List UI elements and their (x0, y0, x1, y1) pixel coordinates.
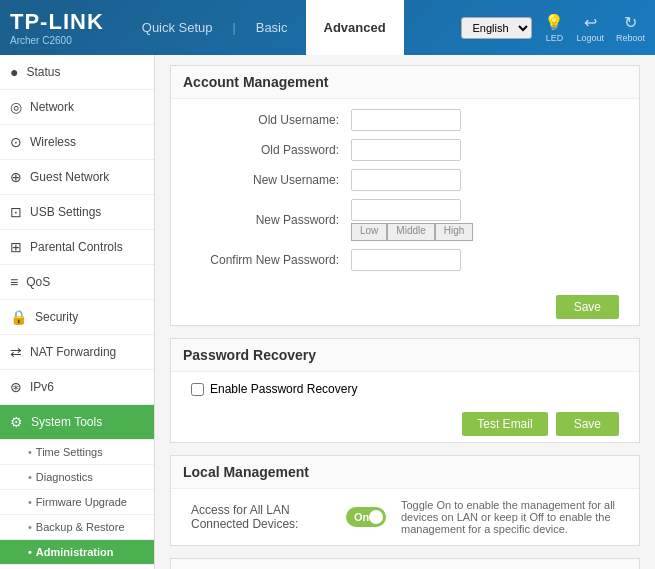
sidebar-item-label: Parental Controls (30, 240, 123, 254)
usb-icon: ⊡ (10, 204, 22, 220)
password-recovery-section: Password Recovery Enable Password Recove… (170, 338, 640, 443)
access-label-text: Access for All LANConnected Devices: (191, 503, 298, 531)
old-password-input[interactable] (351, 139, 461, 161)
led-icon: 💡 (544, 13, 564, 32)
header: TP-LINK Archer C2600 Quick Setup | Basic… (0, 0, 655, 55)
sidebar-item-ipv6[interactable]: ⊛ IPv6 (0, 370, 154, 405)
reboot-button[interactable]: ↻ Reboot (616, 13, 645, 43)
new-password-input[interactable] (351, 199, 461, 221)
toggle-knob (369, 510, 383, 524)
sidebar-item-usb-settings[interactable]: ⊡ USB Settings (0, 195, 154, 230)
sidebar-item-label: Status (26, 65, 60, 79)
old-username-input[interactable] (351, 109, 461, 131)
sidebar-item-guest-network[interactable]: ⊕ Guest Network (0, 160, 154, 195)
local-mgmt-row: Access for All LANConnected Devices: On … (171, 489, 639, 545)
recovery-btn-row: Test Email Save (171, 406, 639, 442)
account-management-form: Old Username: Old Password: New Username… (171, 99, 639, 289)
sidebar-item-network[interactable]: ◎ Network (0, 90, 154, 125)
account-save-button[interactable]: Save (556, 295, 619, 319)
sidebar-sub-label: Time Settings (36, 446, 103, 458)
recovery-save-button[interactable]: Save (556, 412, 619, 436)
old-username-label: Old Username: (191, 113, 351, 127)
strength-low: Low (351, 223, 387, 241)
sidebar-sub-time-settings[interactable]: Time Settings (0, 440, 154, 465)
password-recovery-title: Password Recovery (171, 339, 639, 372)
confirm-password-label: Confirm New Password: (191, 253, 351, 267)
led-icon-button[interactable]: 💡 LED (544, 13, 564, 43)
sidebar-item-label: NAT Forwarding (30, 345, 116, 359)
toggle-on-label: On (349, 511, 369, 523)
local-management-title: Local Management (171, 456, 639, 489)
sidebar-item-label: QoS (26, 275, 50, 289)
reboot-icon: ↻ (624, 13, 637, 32)
nav-advanced[interactable]: Advanced (306, 0, 404, 55)
sidebar-item-status[interactable]: ● Status (0, 55, 154, 90)
enable-recovery-checkbox[interactable] (191, 383, 204, 396)
sidebar-sub-label: Administration (36, 546, 114, 558)
confirm-password-input[interactable] (351, 249, 461, 271)
sidebar-item-system-tools[interactable]: ⚙ System Tools (0, 405, 154, 440)
sidebar-item-label: Security (35, 310, 78, 324)
security-icon: 🔒 (10, 309, 27, 325)
logo-model: Archer C2600 (10, 35, 104, 46)
sidebar-sub-backup-restore[interactable]: Backup & Restore (0, 515, 154, 540)
enable-recovery-row: Enable Password Recovery (171, 372, 639, 406)
sidebar-sub-administration[interactable]: Administration (0, 540, 154, 565)
strength-middle: Middle (387, 223, 434, 241)
logo-area: TP-LINK Archer C2600 (10, 9, 104, 46)
logout-button[interactable]: ↩ Logout (576, 13, 604, 43)
parental-icon: ⊞ (10, 239, 22, 255)
sidebar-item-label: System Tools (31, 415, 102, 429)
nav-basic[interactable]: Basic (238, 0, 306, 55)
sidebar-sub-label: Backup & Restore (36, 521, 125, 533)
local-mgmt-label: Access for All LANConnected Devices: (191, 503, 331, 531)
sidebar-sub-label: Diagnostics (36, 471, 93, 483)
nav-quick-setup[interactable]: Quick Setup (124, 0, 231, 55)
local-management-section: Local Management Access for All LANConne… (170, 455, 640, 546)
sidebar-item-parental-controls[interactable]: ⊞ Parental Controls (0, 230, 154, 265)
wireless-icon: ⊙ (10, 134, 22, 150)
new-password-label: New Password: (191, 213, 351, 227)
sidebar-item-label: Wireless (30, 135, 76, 149)
strength-high: High (435, 223, 474, 241)
confirm-password-row: Confirm New Password: (191, 249, 619, 271)
network-icon: ◎ (10, 99, 22, 115)
logo-tp: TP-LINK (10, 9, 104, 35)
logout-icon: ↩ (584, 13, 597, 32)
new-username-input[interactable] (351, 169, 461, 191)
new-password-row: New Password: Low Middle High (191, 199, 619, 241)
sidebar-item-nat-forwarding[interactable]: ⇄ NAT Forwarding (0, 335, 154, 370)
new-username-label: New Username: (191, 173, 351, 187)
qos-icon: ≡ (10, 274, 18, 290)
header-right: English 💡 LED ↩ Logout ↻ Reboot (461, 13, 645, 43)
local-mgmt-desc: Toggle On to enable the management for a… (401, 499, 619, 535)
sidebar-item-security[interactable]: 🔒 Security (0, 300, 154, 335)
new-username-row: New Username: (191, 169, 619, 191)
password-strength-bar: Low Middle High (351, 223, 473, 241)
sidebar-item-wireless[interactable]: ⊙ Wireless (0, 125, 154, 160)
content-area: Account Management Old Username: Old Pas… (155, 55, 655, 569)
language-select[interactable]: English (461, 17, 532, 39)
sidebar-item-label: IPv6 (30, 380, 54, 394)
remote-management-section: Remote Management Disable Remote Managem… (170, 558, 640, 569)
nav-sep1: | (233, 21, 236, 35)
old-password-label: Old Password: (191, 143, 351, 157)
local-mgmt-toggle[interactable]: On (346, 507, 386, 527)
sidebar: ● Status ◎ Network ⊙ Wireless ⊕ Guest Ne… (0, 55, 155, 569)
account-save-row: Save (171, 289, 639, 325)
old-username-row: Old Username: (191, 109, 619, 131)
sidebar-item-label: USB Settings (30, 205, 101, 219)
enable-recovery-label: Enable Password Recovery (210, 382, 357, 396)
account-management-section: Account Management Old Username: Old Pas… (170, 65, 640, 326)
main-layout: ● Status ◎ Network ⊙ Wireless ⊕ Guest Ne… (0, 55, 655, 569)
account-management-title: Account Management (171, 66, 639, 99)
nav-tabs: Quick Setup | Basic Advanced (124, 0, 462, 55)
sidebar-item-qos[interactable]: ≡ QoS (0, 265, 154, 300)
sidebar-item-label: Guest Network (30, 170, 109, 184)
sidebar-sub-firmware-upgrade[interactable]: Firmware Upgrade (0, 490, 154, 515)
system-tools-icon: ⚙ (10, 414, 23, 430)
guest-network-icon: ⊕ (10, 169, 22, 185)
test-email-button[interactable]: Test Email (462, 412, 547, 436)
sidebar-sub-diagnostics[interactable]: Diagnostics (0, 465, 154, 490)
status-icon: ● (10, 64, 18, 80)
